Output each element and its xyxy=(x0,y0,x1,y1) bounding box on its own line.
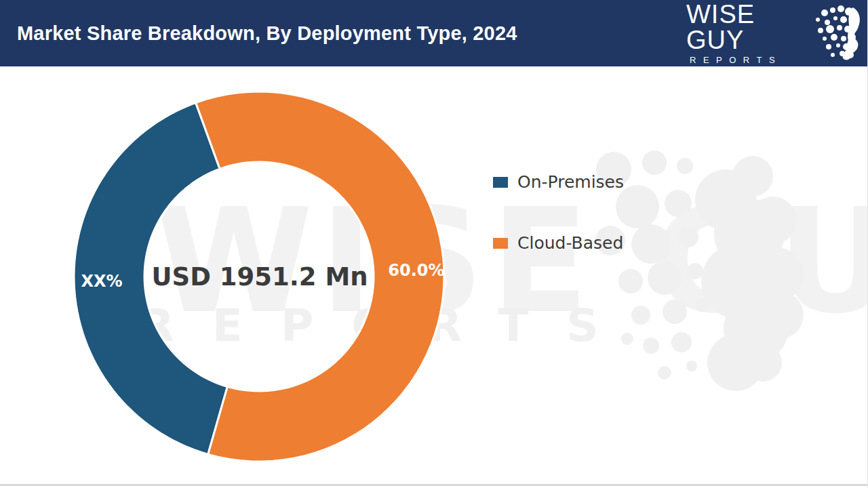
legend-label-cloud-based: Cloud-Based xyxy=(517,232,623,255)
brand-logo-text: WISE GUY REPORTS xyxy=(686,1,811,65)
slice-label-on-premises: XX% xyxy=(81,272,123,291)
chart-title: Market Share Breakdown, By Deployment Ty… xyxy=(0,22,517,45)
report-page: WISE GU REPORTS XX%60.0% USD 1951.2 Mn O… xyxy=(0,0,868,488)
bottom-border xyxy=(0,484,868,486)
chart-area: WISE GU REPORTS XX%60.0% USD 1951.2 Mn O… xyxy=(0,0,868,488)
legend-item-cloud-based: Cloud-Based xyxy=(493,232,624,255)
donut-center-value: USD 1951.2 Mn xyxy=(151,262,368,291)
brand-subtitle: REPORTS xyxy=(686,55,811,65)
header-bar: Market Share Breakdown, By Deployment Ty… xyxy=(0,0,868,66)
legend-swatch-cloud-based xyxy=(493,238,508,249)
legend-item-on-premises: On-Premises xyxy=(493,171,624,194)
legend-label-on-premises: On-Premises xyxy=(517,171,624,194)
legend: On-PremisesCloud-Based xyxy=(493,171,624,293)
brand-logo: WISE GUY REPORTS xyxy=(686,4,863,62)
donut-chart: XX%60.0% xyxy=(0,0,868,488)
legend-swatch-on-premises xyxy=(493,177,508,188)
logo-face-icon xyxy=(812,5,863,62)
brand-name: WISE GUY xyxy=(686,1,811,53)
slice-label-cloud-based: 60.0% xyxy=(388,261,444,280)
